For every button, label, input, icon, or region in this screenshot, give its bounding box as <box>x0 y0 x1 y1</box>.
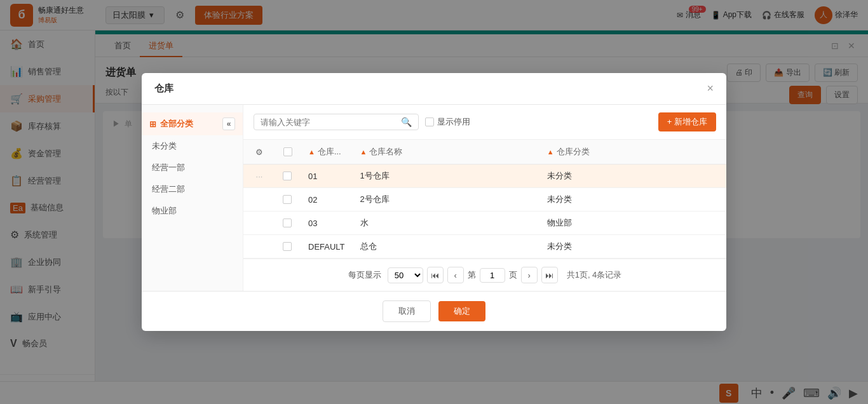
row-num-cell: 03 <box>301 212 353 235</box>
table-body: ··· 01 1号仓库 未分类 <box>243 165 726 259</box>
warehouse-modal: 仓库 × ⊞ 全部分类 « 未分类 经营一部 经营二部 物业部 <box>142 73 726 331</box>
row-category-cell: 未分类 <box>539 235 726 259</box>
page-total-text: 共1页, 4条记录 <box>567 269 622 281</box>
category-item-uncategorized[interactable]: 未分类 <box>142 135 243 157</box>
row-num-cell: 01 <box>301 165 353 188</box>
pagination-bar: 每页显示 50 10 20 100 ⏮ ‹ 第 页 › ⏭ 共1页, 4条记录 <box>243 259 726 291</box>
first-page-btn[interactable]: ⏮ <box>427 267 444 283</box>
inactive-checkbox[interactable] <box>425 118 434 126</box>
category-item-dept1[interactable]: 经营一部 <box>142 157 243 178</box>
check-col-header[interactable] <box>275 140 301 165</box>
prev-page-btn[interactable]: ‹ <box>447 267 464 283</box>
name-col-header[interactable]: ▲仓库名称 <box>353 140 539 165</box>
table-head: ⚙ ▲仓库... ▲仓库名称 <box>243 140 726 165</box>
row-checkbox[interactable] <box>283 172 292 180</box>
settings-col-header[interactable]: ⚙ <box>243 140 275 165</box>
modal-close-btn[interactable]: × <box>707 82 714 95</box>
row-category-cell: 未分类 <box>539 188 726 212</box>
row-actions[interactable] <box>243 235 275 259</box>
table-row[interactable]: DEFAULT 总仓 未分类 <box>243 235 726 259</box>
confirm-button[interactable]: 确定 <box>438 301 485 321</box>
category-all-label: 全部分类 <box>160 118 193 130</box>
search-box[interactable]: 🔍 <box>254 114 419 130</box>
category-item-property[interactable]: 物业部 <box>142 200 243 222</box>
cancel-button[interactable]: 取消 <box>383 300 431 322</box>
table-toolbar: 🔍 显示停用 + 新增仓库 <box>243 105 726 140</box>
category-header[interactable]: ⊞ 全部分类 « <box>142 112 243 135</box>
row-name-cell: 水 <box>353 212 539 235</box>
table-row[interactable]: 03 水 物业部 <box>243 212 726 235</box>
row-name-cell: 1号仓库 <box>353 165 539 188</box>
last-page-btn[interactable]: ⏭ <box>541 267 558 283</box>
next-page-btn[interactable]: › <box>521 267 538 283</box>
row-select-cell[interactable] <box>275 212 301 235</box>
modal-title: 仓库 <box>154 83 173 95</box>
select-all-checkbox[interactable] <box>283 147 292 156</box>
grid-icon: ⊞ <box>149 119 156 129</box>
search-icon[interactable]: 🔍 <box>401 117 412 127</box>
row-name-cell: 总仓 <box>353 235 539 259</box>
row-checkbox[interactable] <box>283 219 292 227</box>
add-warehouse-btn[interactable]: + 新增仓库 <box>658 112 716 131</box>
category-item-dept2[interactable]: 经营二部 <box>142 178 243 200</box>
warehouse-table-area: 🔍 显示停用 + 新增仓库 ⚙ <box>243 105 726 291</box>
row-category-cell: 物业部 <box>539 212 726 235</box>
row-num-cell: DEFAULT <box>301 235 353 259</box>
warehouse-table: ⚙ ▲仓库... ▲仓库名称 <box>243 140 726 259</box>
modal-header: 仓库 × <box>142 73 726 105</box>
row-category-cell: 未分类 <box>539 165 726 188</box>
code-col-header[interactable]: ▲仓库... <box>301 140 353 165</box>
table-row[interactable]: ··· 01 1号仓库 未分类 <box>243 165 726 188</box>
row-select-cell[interactable] <box>275 188 301 212</box>
category-sidebar: ⊞ 全部分类 « 未分类 经营一部 经营二部 物业部 <box>142 105 243 291</box>
per-page-label: 每页显示 <box>348 269 381 281</box>
page-number-input[interactable] <box>480 268 505 283</box>
show-inactive-toggle[interactable]: 显示停用 <box>425 116 470 128</box>
sort-icon-cat: ▲ <box>547 148 554 156</box>
sort-icon: ▲ <box>308 148 315 156</box>
category-col-header[interactable]: ▲仓库分类 <box>539 140 726 165</box>
table-row[interactable]: 02 2号仓库 未分类 <box>243 188 726 212</box>
collapse-category-btn[interactable]: « <box>222 118 235 130</box>
row-actions[interactable] <box>243 212 275 235</box>
modal-overlay: 仓库 × ⊞ 全部分类 « 未分类 经营一部 经营二部 物业部 <box>0 0 868 404</box>
table-header-row: ⚙ ▲仓库... ▲仓库名称 <box>243 140 726 165</box>
modal-body: ⊞ 全部分类 « 未分类 经营一部 经营二部 物业部 🔍 <box>142 105 726 291</box>
page-text-label: 第 <box>468 269 476 281</box>
table-scroll: ⚙ ▲仓库... ▲仓库名称 <box>243 140 726 259</box>
row-select-cell[interactable] <box>275 235 301 259</box>
row-checkbox[interactable] <box>283 195 292 204</box>
row-num-cell: 02 <box>301 188 353 212</box>
row-more-icon[interactable]: ··· <box>256 172 263 181</box>
sort-icon-name: ▲ <box>360 148 367 156</box>
search-input[interactable] <box>261 118 401 127</box>
row-select-cell[interactable] <box>275 165 301 188</box>
row-checkbox[interactable] <box>283 242 292 251</box>
show-inactive-label: 显示停用 <box>437 116 470 128</box>
row-actions[interactable]: ··· <box>243 165 275 188</box>
row-actions[interactable] <box>243 188 275 212</box>
page-unit-label: 页 <box>509 269 517 281</box>
per-page-select[interactable]: 50 10 20 100 <box>388 267 423 283</box>
row-name-cell: 2号仓库 <box>353 188 539 212</box>
modal-footer: 取消 确定 <box>142 291 726 331</box>
